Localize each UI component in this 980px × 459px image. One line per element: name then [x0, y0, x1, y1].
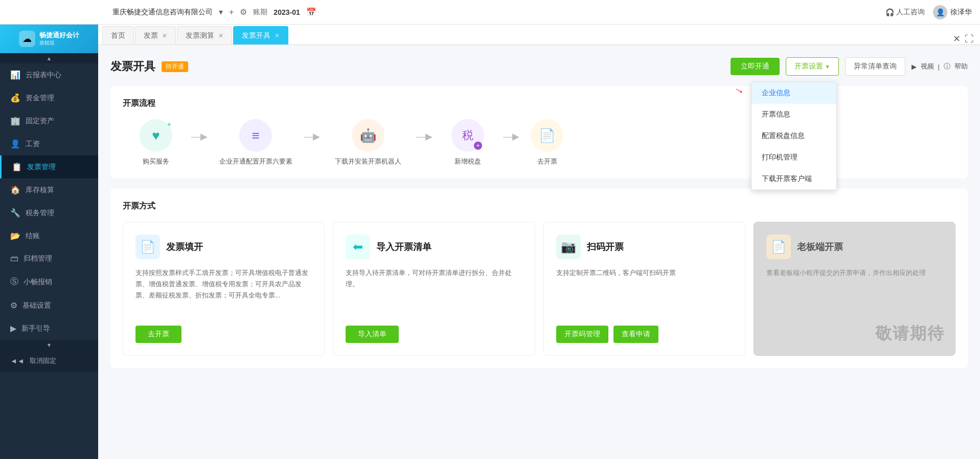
flow-arrow: ―▶: [503, 131, 519, 142]
method-cards: 📄 发票填开 支持按照发票样式手工填开发票；可开具增值税电子普通发票、增值税普通…: [123, 222, 955, 356]
flow-step-5: 📄 去开票: [521, 119, 573, 166]
tab-close-icon[interactable]: ✕: [275, 32, 280, 39]
archive-icon: 🗃: [10, 254, 18, 263]
logo-sub: 旗舰版: [39, 39, 79, 47]
sidebar-item-salary[interactable]: 👤 工资: [0, 132, 98, 155]
sidebar-item-label: 固定资产: [26, 117, 54, 126]
tab-invoice[interactable]: 发票 ✕: [135, 26, 176, 44]
period-label: 账期: [253, 8, 267, 17]
scan-qr-btn[interactable]: 开票码管理: [556, 326, 608, 343]
assets-icon: 🏢: [10, 116, 20, 126]
sidebar-item-guide[interactable]: ▶ 新手引导: [0, 317, 98, 340]
tab-invoice-test[interactable]: 发票测算 ✕: [177, 26, 232, 44]
sidebar-item-label: 发票管理: [27, 163, 56, 172]
tax-icon: 🔧: [10, 208, 20, 218]
import-title: 导入开票清单: [376, 241, 431, 253]
step-label-2: 企业开通配置开票六要素: [219, 157, 292, 166]
sidebar-item-label: 税务管理: [26, 209, 54, 218]
user-info[interactable]: 👤 徐泽华: [933, 5, 972, 19]
flow-step-2: ≡ 企业开通配置开票六要素: [210, 119, 302, 166]
sidebar-item-account[interactable]: 📂 结账: [0, 224, 98, 247]
help-icon[interactable]: ⓘ: [944, 62, 950, 71]
manual-go-btn[interactable]: 去开票: [135, 326, 181, 343]
step-label-5: 去开票: [537, 157, 557, 166]
import-desc: 支持导入待开票清单，可对待开票清单进行拆分、合并处理。: [346, 267, 522, 313]
consult-btn[interactable]: 🎧 人工咨询: [885, 8, 925, 17]
calendar-icon[interactable]: 📅: [306, 7, 316, 17]
flow-section: 开票流程 ♥ + 购买服务 ―▶ ≡ 企业开通配置开票六要素 ―▶: [110, 86, 968, 178]
sidebar-item-assets[interactable]: 🏢 固定资产: [0, 109, 98, 132]
scan-desc: 支持定制开票二维码，客户端可扫码开票: [556, 267, 733, 313]
sidebar-item-label: 结账: [26, 232, 40, 241]
logo-text: 畅捷通好会计: [39, 31, 79, 39]
sidebar-scroll-up[interactable]: ▲: [0, 53, 98, 63]
sidebar-item-inventory[interactable]: 🏠 库存核算: [0, 178, 98, 201]
maximize-icon[interactable]: ⛶: [965, 34, 974, 44]
settings-btn[interactable]: 开票设置 ▼: [786, 57, 839, 76]
period-value: 2023-01: [274, 8, 300, 16]
step-icon-2: ≡: [239, 119, 272, 152]
invoice-icon: 📋: [12, 162, 22, 172]
video-label[interactable]: 视频: [921, 62, 934, 71]
play-icon[interactable]: ▶: [911, 63, 917, 71]
sidebar-item-invoice[interactable]: 📋 发票管理: [0, 155, 98, 178]
video-help-area: ▶ 视频 | ⓘ 帮助: [911, 62, 968, 71]
dropdown-item-download[interactable]: 下载开票客户端: [751, 168, 836, 190]
chart-icon: 📊: [10, 70, 20, 80]
settings-icon[interactable]: ⚙: [240, 7, 247, 17]
page-title: 发票开具: [110, 59, 155, 74]
tab-invoice-open[interactable]: 发票开具 ✕: [233, 26, 288, 44]
boss-title: 老板端开票: [797, 241, 843, 253]
dropdown-item-company-info[interactable]: 企业信息: [751, 82, 836, 104]
activate-btn[interactable]: 立即开通: [731, 58, 780, 75]
import-icon: ⬅: [346, 235, 370, 259]
username: 徐泽华: [950, 8, 972, 17]
sidebar-item-fund[interactable]: 💰 资金管理: [0, 86, 98, 109]
close-window-icon[interactable]: ✕: [953, 33, 961, 44]
sidebar-logo: ☁ 畅捷通好会计 旗舰版: [0, 25, 98, 53]
dropdown-item-printer[interactable]: 打印机管理: [751, 147, 836, 168]
sidebar-item-report[interactable]: Ⓢ 小畅报销: [0, 270, 98, 294]
settings-label: 开票设置: [794, 62, 823, 71]
step-label-1: 购买服务: [143, 157, 169, 166]
flow-arrow: ―▶: [191, 131, 208, 142]
import-btn[interactable]: 导入清单: [346, 326, 399, 343]
account-icon: 📂: [10, 231, 20, 241]
dropdown-item-tax-config[interactable]: 配置税盘信息: [751, 125, 836, 147]
sidebar-item-label: 归档管理: [24, 254, 52, 263]
tab-label: 发票开具: [242, 31, 270, 40]
scan-apply-btn[interactable]: 查看申请: [613, 326, 658, 343]
tab-close-icon[interactable]: ✕: [218, 32, 223, 39]
dropdown-item-invoice-info[interactable]: 开票信息: [751, 104, 836, 125]
sidebar-item-settings[interactable]: ⚙ 基础设置: [0, 294, 98, 317]
company-dropdown-icon[interactable]: ▾: [219, 7, 223, 17]
sidebar-item-archive[interactable]: 🗃 归档管理: [0, 247, 98, 270]
tab-home[interactable]: 首页: [102, 26, 134, 44]
sidebar-item-tax[interactable]: 🔧 税务管理: [0, 201, 98, 224]
step-label-3: 下载并安装开票机器人: [335, 157, 401, 166]
sidebar-item-label: 基础设置: [22, 301, 51, 310]
consult-label: 人工咨询: [896, 8, 925, 17]
sidebar-item-cloud-report[interactable]: 📊 云报表中心: [0, 63, 98, 86]
tab-label: 发票测算: [186, 31, 214, 40]
sidebar-cancel-fixed[interactable]: ◄◄ 取消固定: [0, 350, 98, 372]
flow-step-1: ♥ + 购买服务: [123, 119, 189, 166]
sidebar-scroll-down[interactable]: ▼: [0, 340, 98, 350]
help-label[interactable]: 帮助: [954, 62, 968, 71]
boss-icon: 📄: [766, 235, 791, 259]
chevron-down-icon: ▼: [825, 64, 830, 70]
cancel-fixed-icon: ◄◄: [10, 357, 25, 365]
logo-icon: ☁: [19, 31, 35, 47]
guide-icon: ▶: [10, 324, 16, 333]
method-card-boss: 📄 老板端开票 查看老板端小程序提交的开票申请，并作出相应的处理 敬请期待: [754, 222, 955, 356]
tab-close-icon[interactable]: ✕: [162, 32, 167, 39]
scan-title: 扫码开票: [587, 241, 624, 253]
abnormal-btn[interactable]: 异常清单查询: [845, 57, 905, 76]
sidebar-bottom-label: 取消固定: [30, 356, 56, 365]
flow-arrow: ―▶: [304, 131, 320, 142]
flow-step-3: 🤖 下载并安装开票机器人: [322, 119, 414, 166]
methods-section: 开票方式 📄 发票填开 支持按照发票样式手工填开发票；可开具增值税电子普通发票、…: [110, 189, 968, 368]
add-company-icon[interactable]: +: [229, 8, 234, 17]
step-icon-3: 🤖: [352, 119, 384, 152]
dropdown-menu: 企业信息 开票信息 配置税盘信息 打印机管理 下载开票客户端: [751, 82, 837, 190]
